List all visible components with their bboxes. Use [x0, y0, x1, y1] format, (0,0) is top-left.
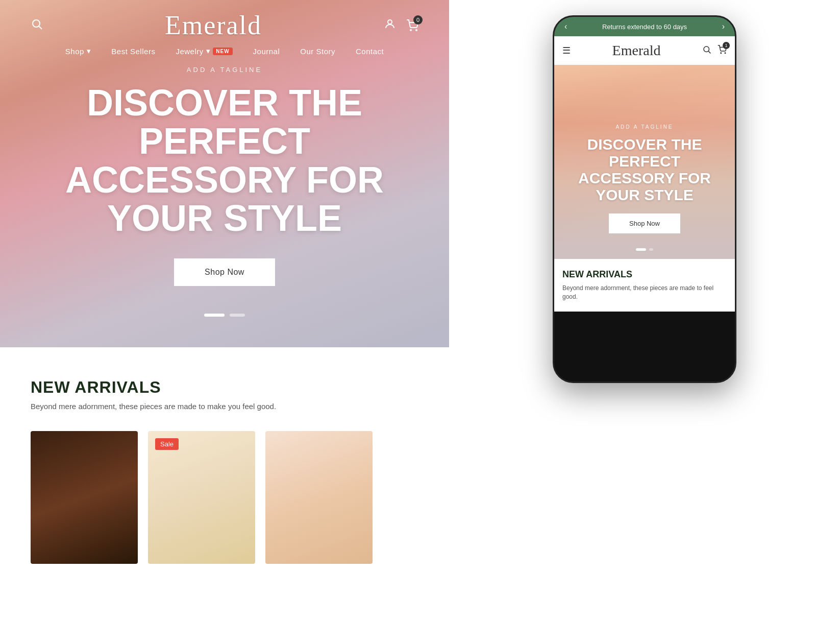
- phone-hero-dots: [636, 248, 653, 251]
- sale-badge: Sale: [155, 438, 179, 450]
- search-icon[interactable]: [31, 18, 43, 33]
- main-nav: Shop ▾ Best Sellers Jewelry ▾ NEW Jour: [65, 46, 384, 56]
- nav-item-journal[interactable]: Journal: [253, 47, 280, 56]
- svg-point-5: [704, 46, 709, 52]
- new-arrivals-subtitle: Beyond mere adornment, these pieces are …: [31, 402, 418, 411]
- phone-new-arrivals: NEW ARRIVALS Beyond mere adornment, thes…: [554, 259, 735, 312]
- phone-hero: ADD A TAGLINE DISCOVER THE PERFECT ACCES…: [554, 65, 735, 259]
- svg-point-8: [725, 53, 726, 54]
- phone-search-icon[interactable]: [702, 45, 711, 57]
- phone-cart-badge: 1: [723, 42, 730, 49]
- hero-title: DISCOVER THE PERFECT ACCESSORY FOR YOUR …: [20, 84, 429, 238]
- phone-new-arrivals-subtitle: Beyond mere adornment, these pieces are …: [562, 284, 727, 301]
- site-logo[interactable]: Emerald: [165, 10, 262, 40]
- product-card[interactable]: Sale: [148, 431, 255, 564]
- hero-dots: [204, 314, 245, 317]
- nav-item-best-sellers[interactable]: Best Sellers: [111, 47, 155, 56]
- product-card[interactable]: [265, 431, 373, 564]
- phone-header-icons: 1: [702, 45, 727, 57]
- hero-dot-2[interactable]: [230, 314, 245, 317]
- phone-hero-cta-button[interactable]: Shop Now: [609, 213, 680, 233]
- svg-line-1: [39, 26, 42, 29]
- nav-item-contact[interactable]: Contact: [356, 47, 384, 56]
- chevron-down-icon: ▾: [87, 46, 91, 56]
- svg-line-6: [708, 51, 710, 53]
- new-badge: NEW: [213, 47, 232, 55]
- hero-section: Emerald: [0, 0, 449, 347]
- phone-header: ☰ Emerald: [554, 36, 735, 65]
- new-arrivals-section: NEW ARRIVALS Beyond mere adornment, thes…: [0, 347, 449, 564]
- announcement-text: Returns extended to 60 days: [567, 23, 722, 31]
- hero-tagline: ADD A TAGLINE: [20, 66, 429, 74]
- svg-point-3: [410, 30, 411, 31]
- svg-point-2: [388, 20, 392, 24]
- header-top: Emerald: [31, 10, 418, 40]
- phone-announcement-bar: ‹ Returns extended to 60 days ›: [554, 17, 735, 36]
- phone-logo[interactable]: Emerald: [612, 42, 661, 59]
- phone-hero-content: ADD A TAGLINE DISCOVER THE PERFECT ACCES…: [563, 124, 726, 233]
- phone-new-arrivals-title: NEW ARRIVALS: [562, 269, 727, 280]
- header-right-icons: 0: [384, 18, 418, 33]
- account-icon[interactable]: [384, 18, 396, 33]
- cart-icon-wrapper[interactable]: 0: [406, 19, 418, 32]
- product-card[interactable]: [31, 431, 138, 564]
- product-grid: Sale: [31, 431, 418, 564]
- chevron-down-icon: ▾: [206, 46, 211, 56]
- site-header: Emerald: [0, 0, 449, 66]
- hero-cta-button[interactable]: Shop Now: [174, 258, 275, 286]
- hero-content: ADD A TAGLINE DISCOVER THE PERFECT ACCES…: [20, 66, 429, 286]
- svg-point-0: [33, 20, 40, 27]
- cart-badge: 0: [413, 15, 423, 25]
- phone-mockup-panel: ‹ Returns extended to 60 days › ☰ Emeral…: [449, 0, 840, 619]
- nav-item-jewelry[interactable]: Jewelry ▾ NEW: [176, 46, 232, 56]
- hamburger-icon[interactable]: ☰: [562, 45, 571, 56]
- phone-mockup: ‹ Returns extended to 60 days › ☰ Emeral…: [553, 15, 736, 383]
- announcement-next-arrow[interactable]: ›: [722, 22, 725, 31]
- phone-hero-title: DISCOVER THE PERFECT ACCESSORY FOR YOUR …: [563, 136, 726, 203]
- svg-point-4: [416, 30, 417, 31]
- nav-item-shop[interactable]: Shop ▾: [65, 46, 91, 56]
- phone-dot-2[interactable]: [649, 248, 653, 251]
- new-arrivals-title: NEW ARRIVALS: [31, 378, 418, 397]
- svg-point-7: [721, 53, 722, 54]
- hero-dot-1[interactable]: [204, 314, 225, 317]
- phone-hero-tagline: ADD A TAGLINE: [563, 124, 726, 130]
- nav-item-our-story[interactable]: Our Story: [300, 47, 335, 56]
- phone-dot-1[interactable]: [636, 248, 646, 251]
- phone-cart-wrapper[interactable]: 1: [718, 45, 727, 56]
